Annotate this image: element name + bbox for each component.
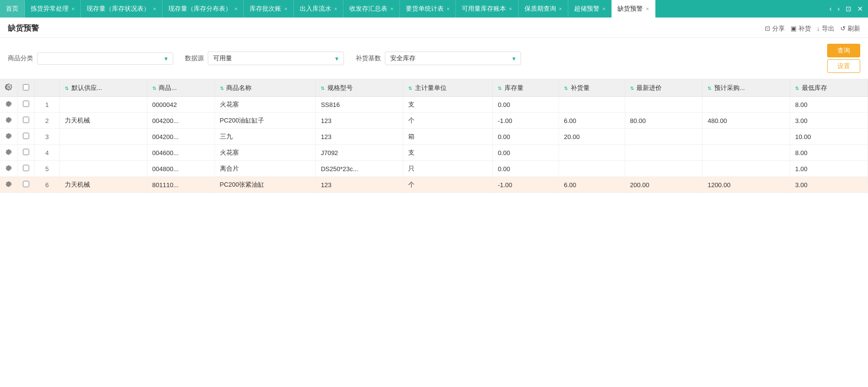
row-latest-price [625, 129, 703, 145]
share-button[interactable]: ⊡ 分享 [765, 24, 785, 33]
row-checkbox-cell[interactable] [18, 145, 35, 161]
row-gear-cell[interactable] [0, 177, 18, 193]
column-header-spec[interactable]: ⇅ 规格型号 [316, 79, 403, 97]
row-default-supplier [60, 145, 147, 161]
row-checkbox-cell[interactable] [18, 161, 35, 177]
table-row: 5 004800... 离合片 DS250*23c... 只 0.00 1.00 [0, 161, 868, 177]
close-icon[interactable]: × [153, 6, 156, 12]
replenish-button[interactable]: ▣ 补货 [791, 24, 811, 33]
window-restore-button[interactable]: ⊡ [843, 3, 854, 15]
row-min-stock: 10.00 [790, 129, 868, 145]
row-checkbox[interactable] [23, 181, 29, 187]
close-icon[interactable]: × [559, 6, 562, 12]
category-select[interactable]: ▾ [37, 53, 173, 65]
tab-inout-flow[interactable]: 出入库流水 × [294, 0, 344, 18]
row-checkbox[interactable] [23, 149, 29, 155]
tab-requisition-stat[interactable]: 要货单统计表 × [400, 0, 456, 18]
tab-inventory-dist[interactable]: 现存量（库存分布表） × [163, 0, 244, 18]
row-goods-name: PC200张紧油缸 [215, 177, 316, 193]
row-replenish-qty: 6.00 [559, 177, 625, 193]
tab-expiry-query[interactable]: 保质期查询 × [519, 0, 568, 18]
tab-next-button[interactable]: › [834, 3, 843, 15]
row-checkbox-cell[interactable] [18, 97, 35, 113]
row-gear-cell[interactable] [0, 145, 18, 161]
column-header-unit[interactable]: ⇅ 主计量单位 [403, 79, 493, 97]
column-header-goods-name[interactable]: ⇅ 商品名称 [215, 79, 316, 97]
column-header-default-supplier[interactable]: ⇅ 默认供应... [60, 79, 147, 97]
tab-bar: 首页 拣货异常处理 × 现存量（库存状况表） × 现存量（库存分布表） × 库存… [0, 0, 868, 18]
row-spec: 123 [316, 113, 403, 129]
column-header-gear[interactable] [0, 79, 18, 97]
select-all-checkbox[interactable] [23, 84, 29, 90]
column-header-stock-qty[interactable]: ⇅ 库存量 [493, 79, 559, 97]
column-header-replenish-qty[interactable]: ⇅ 补货量 [559, 79, 625, 97]
column-header-est-purchase[interactable]: ⇅ 预计采购... [703, 79, 790, 97]
export-button[interactable]: ↓ 导出 [817, 24, 835, 33]
tab-requisition-stat-label: 要货单统计表 [406, 4, 444, 13]
sort-icon: ⇅ [795, 86, 799, 91]
close-icon[interactable]: × [447, 6, 450, 12]
close-icon[interactable]: × [235, 6, 237, 12]
row-goods-name: 火花塞 [215, 145, 316, 161]
row-replenish-qty: 6.00 [559, 113, 625, 129]
sort-icon: ⇅ [321, 86, 325, 91]
close-icon[interactable]: × [334, 6, 337, 12]
row-gear-cell[interactable] [0, 97, 18, 113]
row-number: 6 [35, 177, 60, 193]
page-title: 缺货预警 [8, 23, 39, 34]
refresh-button[interactable]: ↺ 刷新 [840, 24, 860, 33]
row-unit: 支 [403, 97, 493, 113]
replenish-base-filter-group: 补货基数 安全库存 ▾ [356, 52, 521, 65]
column-header-checkbox[interactable] [18, 79, 35, 97]
tab-batch[interactable]: 库存批次账 × [244, 0, 293, 18]
window-close-button[interactable]: ✕ [854, 3, 866, 15]
tab-inventory-status[interactable]: 现存量（库存状况表） × [81, 0, 162, 18]
datasource-filter-group: 数据源 可用量 ▾ [185, 52, 344, 65]
close-icon[interactable]: × [72, 6, 74, 12]
close-icon[interactable]: × [602, 6, 605, 12]
close-icon[interactable]: × [390, 6, 393, 12]
row-spec: J7092 [316, 145, 403, 161]
row-checkbox[interactable] [23, 133, 29, 139]
replenish-base-select[interactable]: 安全库存 ▾ [385, 52, 521, 65]
row-checkbox[interactable] [23, 165, 29, 171]
settings-button[interactable]: 设置 [827, 59, 860, 73]
page-content: 缺货预警 ⊡ 分享 ▣ 补货 ↓ 导出 ↺ 刷新 商品分类 [0, 18, 868, 387]
column-header-goods-code[interactable]: ⇅ 商品... [147, 79, 215, 97]
row-checkbox[interactable] [23, 117, 29, 123]
tab-exception[interactable]: 拣货异常处理 × [25, 0, 81, 18]
row-goods-name: PC200油缸缸子 [215, 113, 316, 129]
sort-icon: ⇅ [408, 86, 412, 91]
row-est-purchase [703, 97, 790, 113]
column-header-latest-price[interactable]: ⇅ 最新进价 [625, 79, 703, 97]
row-goods-code: 801110... [147, 177, 215, 193]
row-stock-qty: 0.00 [493, 129, 559, 145]
tab-home[interactable]: 首页 [0, 0, 25, 18]
table-header-row: ⇅ 默认供应... ⇅ 商品... ⇅ 商品名称 ⇅ 规格型号 [0, 79, 868, 97]
row-min-stock: 3.00 [790, 113, 868, 129]
row-checkbox-cell[interactable] [18, 113, 35, 129]
sort-icon: ⇅ [65, 86, 69, 91]
row-checkbox-cell[interactable] [18, 129, 35, 145]
tab-shortage-warning[interactable]: 缺货预警 × [612, 0, 655, 18]
table-container: ⇅ 默认供应... ⇅ 商品... ⇅ 商品名称 ⇅ 规格型号 [0, 79, 868, 193]
table-row: 4 004600... 火花塞 J7092 支 0.00 8.00 [0, 145, 868, 161]
tab-prev-button[interactable]: ‹ [827, 3, 835, 15]
query-button[interactable]: 查询 [827, 44, 860, 57]
row-checkbox-cell[interactable] [18, 177, 35, 193]
close-icon[interactable]: × [284, 6, 287, 12]
datasource-select[interactable]: 可用量 ▾ [208, 52, 344, 65]
row-replenish-qty [559, 145, 625, 161]
column-header-min-stock[interactable]: ⇅ 最低库存 [790, 79, 868, 97]
tab-collect-summary[interactable]: 收发存汇总表 × [344, 0, 399, 18]
tab-available-ledger[interactable]: 可用量库存账本 × [456, 0, 518, 18]
replenish-label: 补货 [798, 24, 811, 33]
tab-overstock-warning[interactable]: 超储预警 × [568, 0, 612, 18]
sort-icon: ⇅ [498, 86, 502, 91]
row-gear-cell[interactable] [0, 113, 18, 129]
row-checkbox[interactable] [23, 101, 29, 107]
close-icon[interactable]: × [509, 6, 512, 12]
row-gear-cell[interactable] [0, 129, 18, 145]
row-gear-cell[interactable] [0, 161, 18, 177]
close-icon[interactable]: × [646, 6, 649, 12]
